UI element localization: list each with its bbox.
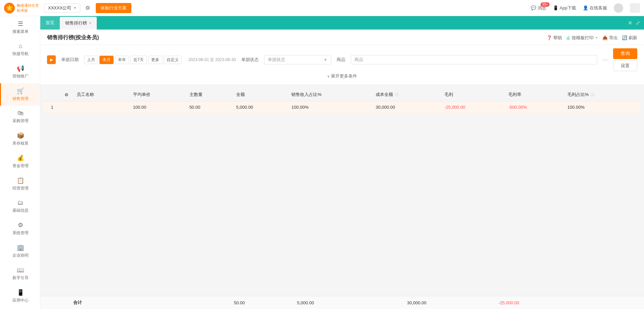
- cell-cost-amount: 30,000.00: [372, 101, 440, 113]
- sidebar-item-purchase[interactable]: 🛍 采购管理: [0, 106, 40, 128]
- tab-sales-ranking-label: 销售排行榜: [65, 20, 87, 26]
- sidebar-item-app-center[interactable]: 📱 应用中心: [0, 285, 40, 307]
- app-center-icon: 📱: [17, 289, 24, 296]
- cell-amount: 5,000.00: [232, 101, 288, 113]
- footer-gross-profit: -25,000.00: [494, 296, 590, 309]
- query-button[interactable]: 查询: [613, 48, 637, 59]
- sidebar-item-quick-nav[interactable]: ⌂ 快捷导航: [0, 39, 40, 61]
- company-selector[interactable]: XXXXX公司 ▼: [44, 3, 80, 13]
- message-item[interactable]: 💬 消息 99+: [531, 5, 546, 11]
- more-filter-dots[interactable]: ···: [603, 57, 608, 63]
- footer-rank-cell: [40, 296, 57, 309]
- cell-sales-pct: 100.00%: [287, 101, 372, 113]
- th-gross-margin: 毛利率: [504, 88, 563, 101]
- print-btn[interactable]: 🖨 按模板打印 ▼: [566, 35, 598, 41]
- filter-row: ▶ 单据日期 上月 本月 本年 近7天 更多 自定义 2023-06-01 至 …: [47, 48, 637, 71]
- sidebar-label-system: 系统管理: [12, 230, 29, 236]
- date-btn-more[interactable]: 更多: [148, 56, 162, 64]
- page-header: 销售排行榜(按业务员) ❓ 帮助 🖨 按模板打印 ▼ 📤 导出 🔄 刷新: [40, 30, 644, 45]
- sidebar-item-operations[interactable]: 📋 经营管理: [0, 173, 40, 195]
- gross-pct-hint-icon: ⓘ: [591, 93, 594, 97]
- date-btn-this-month[interactable]: 本月: [99, 56, 114, 64]
- sidebar-item-sales[interactable]: 🛒 销售管理: [0, 83, 40, 106]
- trial-button[interactable]: 体验行业方案: [96, 3, 131, 13]
- message-icon: 💬: [531, 5, 536, 10]
- cell-gross-margin: -500.00%: [504, 101, 563, 113]
- tab-maximize-icon[interactable]: ⤢: [636, 20, 640, 26]
- cell-main-qty: 50.00: [185, 101, 232, 113]
- main-content: 首页 销售排行榜 × ✕ ⤢ 销售排行榜(按业务员) ❓ 帮助 🖨 按模板打印: [40, 16, 644, 309]
- tab-sales-ranking[interactable]: 销售排行榜 ×: [60, 17, 97, 30]
- settings-small-button[interactable]: 设置: [613, 60, 637, 71]
- sidebar-item-beginner-guide[interactable]: 📖 新手引导: [0, 262, 40, 285]
- th-sales-pct: 销售收入占比%: [287, 88, 372, 101]
- beginner-guide-icon: 📖: [17, 266, 24, 274]
- message-badge: 99+: [541, 2, 550, 7]
- sidebar-item-finance[interactable]: 💰 资金管理: [0, 150, 40, 173]
- footer-main-qty: 50.00: [230, 296, 293, 309]
- th-settings[interactable]: ⚙: [60, 88, 73, 101]
- status-select-placeholder: 单据状态: [268, 57, 285, 63]
- th-cost-amount: 成本全额 ⓘ: [372, 88, 440, 101]
- cell-employee: [73, 101, 129, 113]
- th-gross-pct: 毛利占比% ⓘ: [563, 88, 641, 101]
- date-btn-custom[interactable]: 自定义: [164, 56, 182, 64]
- table-footer: 合计 50.00 5,000.00 30,000.00 -25,000.00: [40, 296, 644, 309]
- table-area: ⚙ 员工名称 平均单价 主数量 全额 销售收入占比% 成本全额 ⓘ 毛利 毛利率…: [44, 88, 641, 113]
- online-service-item[interactable]: 👤 在线客服: [583, 5, 607, 11]
- footer-cost-amount: 30,000.00: [403, 296, 495, 309]
- filter-arrow-btn[interactable]: ▶: [47, 55, 56, 64]
- date-btn-last-month[interactable]: 上月: [84, 56, 98, 64]
- cell-gross-profit: -25,000.00: [440, 101, 504, 113]
- inventory-icon: 📦: [17, 132, 24, 139]
- sidebar-item-marketing[interactable]: 📢 营销推广: [0, 61, 40, 83]
- help-btn[interactable]: ❓ 帮助: [547, 35, 562, 41]
- tab-close-window-icon[interactable]: ✕: [628, 20, 632, 26]
- expand-more-btn[interactable]: ∨ 展开更多条件: [47, 71, 637, 81]
- refresh-btn[interactable]: 🔄 刷新: [622, 35, 637, 41]
- avatar[interactable]: [614, 3, 623, 13]
- sidebar-item-search[interactable]: ☰ 搜索菜单: [0, 16, 40, 39]
- status-select-arrow: ▼: [323, 57, 328, 62]
- sidebar-item-inventory[interactable]: 📦 库存核算: [0, 128, 40, 150]
- date-btn-last-7-days[interactable]: 近7天: [130, 56, 147, 64]
- export-btn[interactable]: 📤 导出: [602, 35, 618, 41]
- page-area: 销售排行榜(按业务员) ❓ 帮助 🖨 按模板打印 ▼ 📤 导出 🔄 刷新: [40, 30, 644, 309]
- filter-action-buttons: 查询 设置: [613, 48, 637, 71]
- export-icon: 📤: [602, 35, 608, 40]
- header-settings-icon[interactable]: ⚙: [83, 3, 92, 13]
- date-filter-label: 单据日期: [61, 57, 79, 63]
- sidebar-item-system[interactable]: ⚙ 系统管理: [0, 217, 40, 240]
- tab-home-label: 首页: [46, 20, 54, 26]
- home-icon: ⌂: [19, 43, 23, 50]
- status-select[interactable]: 单据状态 ▼: [264, 55, 331, 64]
- logo-area: 🌟 畅捷通好生意 标准版: [4, 3, 44, 13]
- sidebar: ☰ 搜索菜单 ⌂ 快捷导航 📢 营销推广 🛒 销售管理 🛍 采购管理 📦 库存核…: [0, 16, 40, 309]
- footer-settings-cell: [57, 296, 69, 309]
- company-name: XXXXX公司: [48, 5, 71, 11]
- print-label: 按模板打印: [572, 35, 594, 41]
- date-btn-this-year[interactable]: 本年: [115, 56, 129, 64]
- tab-close-icon[interactable]: ×: [89, 21, 91, 25]
- tab-bar-right: ✕ ⤢: [628, 20, 644, 26]
- goods-select[interactable]: 商品: [351, 55, 597, 64]
- sidebar-label-beginner-guide: 新手引导: [12, 275, 29, 281]
- help-label: 帮助: [553, 35, 562, 41]
- sidebar-item-enterprise-wechat[interactable]: 💬 企业微信: [0, 307, 40, 309]
- purchase-icon: 🛍: [17, 110, 24, 117]
- tab-home[interactable]: 首页: [40, 16, 60, 30]
- logo-icon: 🌟: [4, 3, 15, 13]
- page-title: 销售排行榜(按业务员): [47, 34, 99, 41]
- data-table: ⚙ 员工名称 平均单价 主数量 全额 销售收入占比% 成本全额 ⓘ 毛利 毛利率…: [44, 88, 641, 113]
- sidebar-label-purchase: 采购管理: [12, 118, 29, 124]
- table-row: 1 100.00 50.00 5,000.00 100.00% 30,000.0…: [44, 101, 641, 113]
- logo-text: 畅捷通好生意 标准版: [17, 3, 39, 13]
- sidebar-label-inventory: 库存核算: [12, 141, 29, 146]
- sidebar-item-basic-info[interactable]: 🗂 基础信息: [0, 195, 40, 217]
- sidebar-label-sales: 销售管理: [12, 96, 29, 102]
- footer-label: 合计: [69, 296, 203, 309]
- filter-expand-arrow[interactable]: ▶: [47, 55, 56, 64]
- sidebar-label-basic-info: 基础信息: [12, 208, 29, 213]
- app-download-item[interactable]: 📱 App下载: [553, 5, 576, 11]
- sidebar-item-enterprise-collab[interactable]: 🏢 企业协同: [0, 240, 40, 262]
